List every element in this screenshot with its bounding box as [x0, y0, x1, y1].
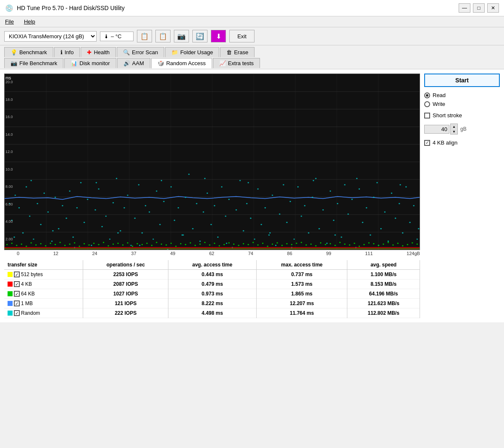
svg-point-31: [80, 182, 81, 183]
col-avg-speed: avg. speed: [347, 260, 420, 270]
camera-btn[interactable]: 📷: [174, 30, 189, 42]
close-button[interactable]: ✕: [487, 3, 499, 13]
svg-point-199: [267, 246, 268, 247]
spinner-down[interactable]: ▼: [451, 129, 457, 134]
size-label: Random: [21, 310, 40, 316]
tabs-container: 💡 Benchmark ℹ Info ✚ Health 🔍 Error Scan…: [0, 45, 504, 69]
spinner-up[interactable]: ▲: [451, 124, 457, 129]
svg-point-74: [236, 209, 237, 211]
svg-point-26: [62, 205, 63, 206]
svg-point-66: [207, 192, 208, 194]
tab-extra-tests[interactable]: 📈 Extra tests: [213, 58, 260, 68]
svg-point-129: [96, 182, 97, 183]
svg-point-205: [296, 243, 297, 244]
svg-point-181: [180, 243, 181, 245]
svg-point-167: [113, 244, 114, 245]
read-radio-circle[interactable]: [424, 92, 430, 98]
table-row: ✓ Random 222 IOPS 4.498 ms 11.764 ms 112…: [4, 308, 420, 318]
svg-point-21: [43, 192, 45, 194]
svg-point-87: [283, 184, 284, 185]
svg-point-29: [72, 237, 74, 238]
refresh-btn[interactable]: 🔄: [192, 30, 207, 42]
align-label: 4 KB align: [433, 140, 457, 146]
tab-aam[interactable]: 🔊 AAM: [117, 58, 150, 68]
tab-info[interactable]: ℹ Info: [54, 47, 80, 57]
short-stroke-checkbox[interactable]: [424, 113, 430, 119]
svg-point-51: [152, 239, 154, 240]
transfer-size-cell: ✓ 64 KB: [4, 289, 83, 299]
exit-button[interactable]: Exit: [229, 30, 255, 42]
svg-point-61: [188, 174, 189, 175]
ops-cell: 2253 IOPS: [83, 270, 168, 279]
tab-error-scan[interactable]: 🔍 Error Scan: [117, 47, 164, 57]
transfer-size-cell: ✓ 512 bytes: [4, 270, 83, 279]
drive-selector[interactable]: KIOXIA TransMemory (124 gB): [4, 31, 97, 42]
svg-point-224: [388, 242, 389, 243]
align-checkbox[interactable]: [424, 140, 430, 146]
download-btn[interactable]: ⬇: [211, 30, 226, 42]
row-checkbox[interactable]: ✓: [14, 291, 20, 297]
svg-point-185: [200, 244, 201, 245]
tab-folder-usage[interactable]: 📁 Folder Usage: [165, 47, 219, 57]
info-label: Info: [65, 49, 74, 55]
svg-point-198: [262, 243, 263, 244]
svg-point-57: [174, 220, 175, 221]
svg-point-86: [279, 213, 280, 215]
x-axis-labels: 0 12 24 37 49 62 74 86 99 111 124gB: [4, 250, 420, 256]
svg-point-201: [276, 242, 278, 244]
col-max-access: max. access time: [257, 260, 347, 270]
avg-speed-cell: 112.802 MB/s: [347, 308, 420, 318]
minimize-button[interactable]: —: [459, 3, 470, 13]
app-icon: 💿: [5, 4, 13, 12]
tab-random-access[interactable]: 🎲 Random Access: [151, 58, 212, 69]
menu-file[interactable]: File: [3, 18, 16, 26]
svg-point-137: [269, 232, 270, 234]
svg-point-221: [373, 243, 374, 245]
svg-point-133: [182, 235, 184, 236]
align-item[interactable]: 4 KB align: [424, 140, 500, 146]
stroke-field[interactable]: [424, 125, 449, 134]
svg-point-168: [117, 243, 118, 244]
menu-help[interactable]: Help: [22, 18, 37, 26]
svg-point-70: [221, 186, 222, 187]
svg-point-187: [209, 245, 210, 246]
tab-disk-monitor[interactable]: 📊 Disk monitor: [64, 58, 116, 68]
info-btn[interactable]: 📋: [137, 30, 152, 42]
extra-tests-icon: 📈: [219, 60, 226, 66]
svg-point-13: [15, 195, 16, 196]
svg-point-219: [363, 244, 365, 245]
write-radio-circle[interactable]: [424, 101, 430, 107]
tab-health[interactable]: ✚ Health: [81, 47, 116, 57]
row-checkbox[interactable]: ✓: [14, 300, 20, 306]
svg-point-173: [142, 244, 143, 245]
svg-point-120: [402, 232, 403, 234]
svg-point-68: [214, 205, 215, 206]
svg-point-93: [304, 205, 305, 206]
svg-point-50: [149, 211, 150, 213]
tab-benchmark[interactable]: 💡 Benchmark: [4, 47, 53, 57]
svg-point-172: [136, 243, 138, 245]
svg-point-64: [200, 241, 201, 242]
svg-point-23: [51, 241, 52, 242]
row-checkbox[interactable]: ✓: [14, 271, 20, 277]
svg-point-202: [281, 245, 283, 246]
svg-point-136: [247, 182, 249, 183]
tab-erase[interactable]: 🗑 Erase: [220, 47, 255, 57]
short-stroke-item[interactable]: Short stroke: [424, 112, 500, 119]
svg-point-213: [334, 245, 336, 246]
thermometer-icon: 🌡: [104, 33, 109, 40]
table-row: ✓ 64 KB 1027 IOPS 0.973 ms 1.865 ms 64.1…: [4, 289, 420, 299]
read-radio-item[interactable]: Read: [424, 92, 500, 98]
svg-point-209: [315, 245, 316, 247]
svg-point-83: [268, 235, 270, 236]
erase-label: Erase: [234, 49, 248, 55]
maximize-button[interactable]: □: [473, 3, 485, 13]
tab-file-benchmark[interactable]: 📷 File Benchmark: [4, 58, 63, 68]
table-row: ✓ 1 MB 121 IOPS 8.222 ms 12.207 ms 121.6…: [4, 299, 420, 308]
avg-access-cell: 0.443 ms: [168, 270, 256, 279]
row-checkbox[interactable]: ✓: [14, 281, 20, 287]
start-button[interactable]: Start: [424, 74, 500, 87]
write-radio-item[interactable]: Write: [424, 101, 500, 107]
copy-btn[interactable]: 📋: [155, 30, 171, 42]
row-checkbox[interactable]: ✓: [14, 310, 20, 316]
